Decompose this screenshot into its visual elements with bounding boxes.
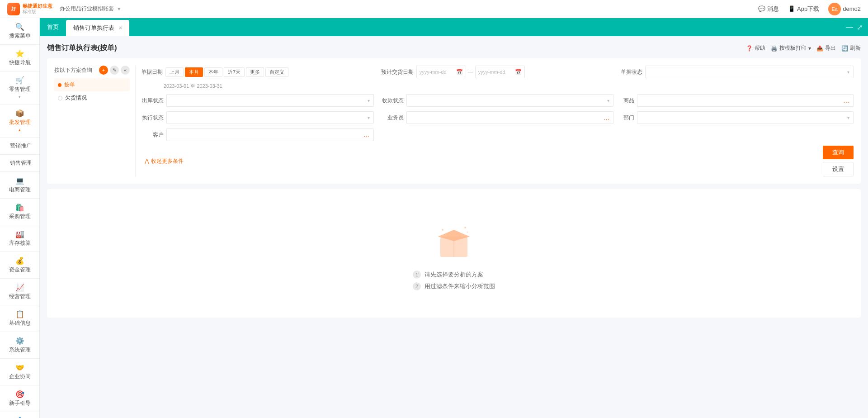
hint-num-1: 1 (413, 271, 421, 279)
sidebar-item-app-center[interactable]: 🔷 应用中心 (0, 412, 39, 418)
sidebar-item-basic-info[interactable]: 📋 基础信息 (0, 305, 39, 332)
sub-title-dropdown-icon[interactable]: ▾ (118, 5, 121, 12)
dept-arrow: ▾ (847, 115, 849, 120)
tab-maximize-button[interactable]: ⤢ (857, 23, 863, 32)
sidebar-item-operations[interactable]: 📈 经营管理 (0, 279, 39, 305)
settings-button[interactable]: 设置 (823, 162, 854, 176)
payment-status-select[interactable]: ▾ (406, 94, 614, 107)
operations-icon: 📈 (2, 283, 38, 292)
filter-fields: 单据日期 上月 本月 本年 近7天 更多 自定义 (141, 66, 854, 176)
collapse-up-icon: ⋀ (145, 158, 149, 164)
date-btn-current-year[interactable]: 本年 (204, 67, 222, 77)
sidebar-item-ecommerce[interactable]: 💻 电商管理 (0, 172, 39, 199)
sidebar-item-inventory[interactable]: 🏭 库存核算 (0, 225, 39, 252)
goods-label: 商品 (621, 97, 634, 104)
dept-label: 部门 (621, 114, 634, 122)
cooperation-icon: 🤝 (2, 363, 38, 372)
salesperson-dots-icon[interactable]: … (603, 114, 609, 121)
customer-label: 客户 (141, 131, 164, 139)
sidebar-item-finance[interactable]: 💰 资金管理 (0, 252, 39, 279)
sidebar-item-guide[interactable]: 🎯 新手引导 (0, 385, 39, 412)
date-btn-more[interactable]: 更多 (246, 67, 264, 77)
user-area[interactable]: Ea demo2 (828, 3, 861, 15)
calendar-icon-end: 📅 (515, 69, 522, 75)
scheme-panel: 按以下方案查询 + ✎ « 按单 (54, 66, 136, 176)
order-status-label: 单据状态 (621, 68, 642, 76)
active-dot (58, 83, 61, 87)
date-label: 单据日期 (141, 68, 163, 76)
ship-status-select[interactable]: ▾ (166, 94, 374, 107)
sidebar-item-purchase[interactable]: 🛍️ 采购管理 (0, 199, 39, 225)
expected-date-label: 预计交货日期 (381, 68, 414, 76)
collapse-conditions-button[interactable]: ⋀ 收起更多条件 (141, 154, 187, 169)
svg-point-5 (467, 232, 468, 233)
finance-icon: 💰 (2, 256, 38, 265)
collapse-scheme-button[interactable]: « (121, 66, 130, 75)
salesperson-select[interactable]: … (406, 111, 614, 124)
date-btn-custom[interactable]: 自定义 (265, 67, 288, 77)
payment-status-arrow: ▾ (607, 98, 609, 103)
query-button[interactable]: 查询 (823, 146, 854, 159)
date-btn-last-month[interactable]: 上月 (165, 67, 184, 77)
sidebar-item-system[interactable]: ⚙️ 系统管理 (0, 332, 39, 359)
goods-select[interactable]: … (637, 94, 854, 107)
refresh-button[interactable]: 🔄 刷新 (841, 44, 861, 52)
empty-state: 1 请先选择要分析的方案 2 用过滤条件来缩小分析范围 (47, 189, 861, 318)
date-btn-current-month[interactable]: 本月 (185, 67, 203, 77)
export-icon: 📤 (816, 45, 823, 52)
order-status-arrow: ▾ (847, 70, 849, 75)
sidebar-item-wholesale[interactable]: 📦 批发管理 ▴ (0, 104, 39, 138)
scheme-item-欠货情况[interactable]: 欠货情况 (54, 91, 130, 104)
customer-row: 客户 … (141, 128, 374, 141)
exec-status-select[interactable]: ▾ (166, 111, 374, 124)
payment-status-label: 收款状态 (381, 97, 404, 104)
date-filter-row: 单据日期 上月 本月 本年 近7天 更多 自定义 (141, 66, 374, 78)
expected-date-end[interactable]: yyyy-mm-dd 📅 (475, 66, 525, 78)
sub-title: 办公用品行业模拟账套 (60, 5, 114, 13)
page-title: 销售订单执行表(按单) (47, 43, 117, 53)
tab-sales-order[interactable]: 销售订单执行表 × (66, 20, 129, 36)
order-status-select[interactable]: ▾ (645, 66, 854, 78)
sidebar-item-sales[interactable]: 销售管理 (0, 155, 39, 172)
calendar-icon-start: 📅 (456, 69, 463, 75)
tab-close-button[interactable]: × (119, 25, 122, 31)
purchase-icon: 🛍️ (2, 203, 38, 212)
date-btn-last-7days[interactable]: 近7天 (224, 67, 245, 77)
sidebar-item-search[interactable]: 🔍 搜索菜单 (0, 18, 39, 45)
empty-hint-2: 2 用过滤条件来缩小分析范围 (413, 282, 495, 290)
help-button[interactable]: ❓ 帮助 (746, 44, 765, 52)
basic-info-icon: 📋 (2, 310, 38, 318)
circle-icon (58, 96, 62, 100)
scheme-item-按单[interactable]: 按单 (54, 78, 130, 91)
filter-panel: 按以下方案查询 + ✎ « 按单 (47, 58, 861, 184)
message-button[interactable]: 💬 消息 (758, 5, 779, 13)
wholesale-icon: 📦 (2, 109, 38, 118)
export-button[interactable]: 📤 导出 (816, 44, 836, 52)
empty-illustration (431, 216, 476, 261)
sidebar-item-cooperation[interactable]: 🤝 企业协同 (0, 359, 39, 385)
customer-dots-icon[interactable]: … (363, 131, 370, 138)
ship-status-row: 出库状态 ▾ (141, 94, 374, 107)
print-button[interactable]: 🖨️ 按模板打印 ▾ (771, 44, 811, 52)
payment-status-row: 收款状态 ▾ (381, 94, 614, 107)
empty-hint-1: 1 请先选择要分析的方案 (413, 271, 495, 279)
tab-home[interactable]: 首页 (40, 18, 66, 36)
edit-scheme-button[interactable]: ✎ (110, 66, 119, 75)
dept-select[interactable]: ▾ (637, 111, 854, 124)
date-range-display: 2023-03-01 至 2023-03-31 (164, 83, 854, 90)
expected-date-start[interactable]: yyyy-mm-dd 📅 (416, 66, 466, 78)
search-icon: 🔍 (2, 23, 38, 31)
goods-dots-icon[interactable]: … (843, 97, 849, 104)
goods-row: 商品 … (621, 94, 854, 107)
sidebar-item-retail[interactable]: 🛒 零售管理 ▾ (0, 71, 39, 104)
exec-status-arrow: ▾ (368, 115, 370, 120)
sidebar-item-quick-nav[interactable]: ⭐ 快捷导航 (0, 45, 39, 71)
salesperson-row: 业务员 … (381, 111, 614, 124)
svg-point-4 (464, 227, 466, 228)
sidebar-item-marketing[interactable]: 营销推广 (0, 138, 39, 155)
tab-minimize-button[interactable]: — (846, 23, 853, 31)
print-dropdown-icon[interactable]: ▾ (808, 45, 811, 52)
app-download-button[interactable]: 📱 App下载 (788, 5, 819, 13)
customer-select[interactable]: … (166, 128, 374, 141)
add-scheme-button[interactable]: + (99, 66, 108, 75)
